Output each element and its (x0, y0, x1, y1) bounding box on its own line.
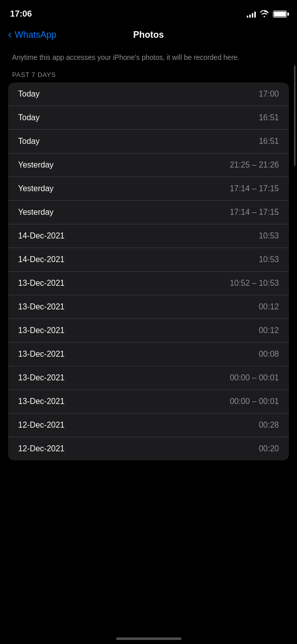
scrollbar[interactable] (294, 65, 295, 166)
table-row: Yesterday21:25 – 21:26 (8, 153, 289, 177)
home-indicator (116, 637, 181, 640)
row-time: 00:28 (259, 421, 279, 430)
table-row: 12-Dec-202100:28 (8, 414, 289, 437)
row-time: 10:53 (259, 255, 279, 264)
back-label: WhatsApp (15, 30, 56, 40)
table-row: Yesterday17:14 – 17:15 (8, 201, 289, 224)
table-row: 13-Dec-202100:08 (8, 343, 289, 366)
table-row: Today17:00 (8, 83, 289, 106)
row-date: 13-Dec-2021 (18, 279, 65, 288)
row-date: 13-Dec-2021 (18, 302, 65, 311)
row-date: 13-Dec-2021 (18, 350, 65, 359)
row-time: 10:52 – 10:53 (230, 279, 279, 288)
row-date: Yesterday (18, 184, 54, 193)
table-row: 14-Dec-202110:53 (8, 248, 289, 272)
table-row: 13-Dec-202110:52 – 10:53 (8, 272, 289, 295)
row-date: 13-Dec-2021 (18, 397, 65, 406)
battery-icon (273, 11, 287, 18)
table-row: 13-Dec-202100:00 – 00:01 (8, 390, 289, 414)
row-date: 14-Dec-2021 (18, 255, 65, 264)
row-time: 00:12 (259, 326, 279, 335)
row-time: 00:00 – 00:01 (230, 397, 279, 406)
row-date: 14-Dec-2021 (18, 231, 65, 240)
row-time: 00:20 (259, 444, 279, 453)
table-row: Yesterday17:14 – 17:15 (8, 177, 289, 201)
row-time: 17:14 – 17:15 (230, 184, 279, 193)
row-date: Yesterday (18, 160, 54, 170)
page-title: Photos (133, 30, 164, 40)
nav-header: ‹ WhatsApp Photos (0, 25, 297, 48)
table-row: 13-Dec-202100:12 (8, 319, 289, 343)
table-row: Today16:51 (8, 106, 289, 130)
row-time: 16:51 (259, 137, 279, 146)
status-bar: 17:06 (0, 0, 297, 25)
row-time: 21:25 – 21:26 (230, 160, 279, 170)
row-date: Yesterday (18, 208, 54, 217)
signal-icon (247, 11, 256, 18)
back-chevron-icon: ‹ (8, 29, 12, 40)
row-date: 12-Dec-2021 (18, 421, 65, 430)
row-time: 17:14 – 17:15 (230, 208, 279, 217)
row-time: 16:51 (259, 113, 279, 122)
row-date: 13-Dec-2021 (18, 326, 65, 335)
section-header: PAST 7 DAYS (0, 71, 297, 83)
row-time: 17:00 (259, 90, 279, 99)
row-date: Today (18, 113, 40, 122)
row-date: 12-Dec-2021 (18, 444, 65, 453)
row-date: 13-Dec-2021 (18, 373, 65, 382)
row-time: 00:12 (259, 302, 279, 311)
status-time: 17:06 (10, 9, 32, 19)
row-time: 00:00 – 00:01 (230, 373, 279, 382)
row-date: Today (18, 137, 40, 146)
table-row: 13-Dec-202100:12 (8, 295, 289, 319)
wifi-icon (260, 10, 269, 19)
table-row: Today16:51 (8, 130, 289, 153)
table-row: 14-Dec-202110:53 (8, 224, 289, 248)
table-row: 12-Dec-202100:20 (8, 437, 289, 460)
description-text: Anytime this app accesses your iPhone's … (0, 48, 297, 71)
row-time: 10:53 (259, 231, 279, 240)
back-button[interactable]: ‹ WhatsApp (8, 29, 56, 40)
access-list: Today17:00Today16:51Today16:51Yesterday2… (8, 83, 289, 460)
status-icons (247, 10, 287, 19)
table-row: 13-Dec-202100:00 – 00:01 (8, 366, 289, 390)
row-time: 00:08 (259, 350, 279, 359)
row-date: Today (18, 90, 40, 99)
